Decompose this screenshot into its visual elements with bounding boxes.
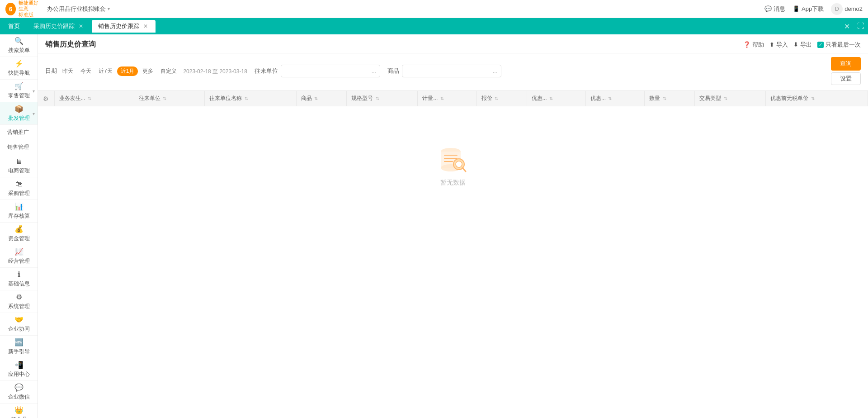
table-th-spec[interactable]: 规格型号 ⇅ bbox=[347, 91, 418, 106]
wholesale-icon: 📦 bbox=[14, 104, 24, 113]
table-th-biz-date[interactable]: 业务发生... ⇅ bbox=[54, 91, 134, 106]
sidebar-item-app-center[interactable]: 📲 应用中心 bbox=[0, 358, 38, 381]
sidebar-subitem-sales-mgmt[interactable]: 销售管理 bbox=[0, 140, 38, 155]
sidebar-item-system-label: 系统管理 bbox=[8, 303, 30, 310]
sort-icon-product: ⇅ bbox=[314, 96, 318, 101]
sidebar-item-basic-info[interactable]: ℹ 基础信息 bbox=[0, 268, 38, 290]
sidebar-item-operation-label: 经营管理 bbox=[8, 257, 30, 265]
table-th-discount1[interactable]: 优惠... ⇅ bbox=[527, 91, 585, 106]
table-th-quantity[interactable]: 数量 ⇅ bbox=[645, 91, 695, 106]
sidebar-item-wechat-label: 企业微信 bbox=[8, 393, 30, 401]
sidebar-item-inventory[interactable]: 📊 库存核算 bbox=[0, 200, 38, 223]
table-th-counterpart[interactable]: 往来单位 ⇅ bbox=[134, 91, 205, 106]
table-th-trade-type-label: 交易类型 bbox=[699, 95, 721, 101]
table-th-counterpart-label: 往来单位 bbox=[139, 95, 160, 101]
query-button[interactable]: 查询 bbox=[831, 57, 861, 71]
empty-state-row: 暂无数据 bbox=[38, 106, 868, 223]
date-btn-last7[interactable]: 近7天 bbox=[96, 66, 115, 76]
app-selector[interactable]: 办公用品行业模拟账套 ▾ bbox=[47, 5, 110, 13]
content-area: 销售历史价查询 ❓ 帮助 ⬆ 导入 ⬇ 导出 bbox=[38, 34, 868, 418]
avatar-text: D bbox=[835, 6, 839, 12]
sidebar-item-wechat[interactable]: 💬 企业微信 bbox=[0, 381, 38, 404]
sidebar-item-purchase[interactable]: 🛍 采购管理 bbox=[0, 177, 38, 200]
page-title-actions: ❓ 帮助 ⬆ 导入 ⬇ 导出 只看最后一次 bbox=[743, 41, 861, 49]
tab-home[interactable]: 首页 bbox=[2, 20, 26, 33]
table-th-trade-type[interactable]: 交易类型 ⇅ bbox=[695, 91, 766, 106]
export-action[interactable]: ⬇ 导出 bbox=[793, 41, 812, 49]
guide-icon: 🆕 bbox=[14, 338, 24, 347]
empty-state-text: 暂无数据 bbox=[440, 179, 466, 187]
sort-icon-discount2: ⇅ bbox=[608, 96, 612, 101]
message-action[interactable]: 💬 消息 bbox=[764, 5, 785, 13]
sidebar-item-guide[interactable]: 🆕 新手引导 bbox=[0, 336, 38, 358]
table-th-quote-label: 报价 bbox=[481, 95, 492, 101]
help-action[interactable]: ❓ 帮助 bbox=[743, 41, 764, 49]
sort-icon-biz-date: ⇅ bbox=[88, 96, 91, 101]
sidebar-item-wholesale[interactable]: 📦 批发管理 bbox=[0, 102, 38, 125]
page-title: 销售历史价查询 bbox=[45, 40, 96, 49]
table-th-settings[interactable]: ⚙ bbox=[38, 91, 54, 106]
table-th-no-tax-price[interactable]: 优惠前无税单价 ⇅ bbox=[766, 91, 868, 106]
sidebar-subitem-marketing[interactable]: 营销推广 bbox=[0, 125, 38, 140]
user-profile[interactable]: D demo2 bbox=[831, 3, 863, 15]
import-action[interactable]: ⬆ 导入 bbox=[769, 41, 788, 49]
top-header: 6 畅捷通好生意 标准版 办公用品行业模拟账套 ▾ 💬 消息 📱 App下载 D… bbox=[0, 0, 868, 18]
logo-icon: 6 bbox=[5, 3, 16, 15]
sidebar-item-inventory-label: 库存核算 bbox=[8, 212, 30, 220]
tab-sales-history-close[interactable]: ✕ bbox=[142, 23, 149, 30]
table-th-discount2-label: 优惠... bbox=[590, 95, 606, 101]
page-title-row: 销售历史价查询 ❓ 帮助 ⬆ 导入 ⬇ 导出 bbox=[45, 40, 861, 49]
header-left: 6 畅捷通好生意 标准版 办公用品行业模拟账套 ▾ bbox=[5, 0, 110, 18]
sidebar-item-search[interactable]: 🔍 搜索菜单 bbox=[0, 34, 38, 57]
close-all-tabs-button[interactable]: ✕ bbox=[842, 20, 852, 33]
expand-tabs-button[interactable]: ⛶ bbox=[855, 20, 866, 32]
sidebar-item-ecommerce[interactable]: 🖥 电商管理 bbox=[0, 155, 38, 177]
sidebar-item-system[interactable]: ⚙ 系统管理 bbox=[0, 290, 38, 313]
table-th-quote[interactable]: 报价 ⇅ bbox=[476, 91, 527, 106]
setting-button[interactable]: 设置 bbox=[831, 72, 861, 85]
main-layout: 🔍 搜索菜单 ⚡ 快捷导航 🛒 零售管理 📦 批发管理 营销推广 销售管理 🖥 … bbox=[0, 34, 868, 418]
sidebar-item-guide-label: 新手引导 bbox=[8, 348, 30, 356]
table-th-counterpart-name-label: 往来单位名称 bbox=[209, 95, 242, 101]
sidebar-item-member-label: 畅会员 bbox=[11, 416, 27, 418]
tab-purchase-history-close[interactable]: ✕ bbox=[77, 23, 85, 30]
table-th-unit[interactable]: 计量... ⇅ bbox=[418, 91, 476, 106]
table-th-counterpart-name[interactable]: 往来单位名称 ⇅ bbox=[205, 91, 297, 106]
table-th-product[interactable]: 商品 ⇅ bbox=[297, 91, 347, 106]
settings-icon[interactable]: ⚙ bbox=[43, 95, 49, 102]
import-label: 导入 bbox=[776, 41, 788, 49]
sidebar-item-member[interactable]: 👑 畅会员 bbox=[0, 404, 38, 418]
filter-row: 日期 昨天 今天 近7天 近1月 更多 自定义 2023-02-18 至 202… bbox=[45, 57, 861, 85]
app-download-action[interactable]: 📱 App下载 bbox=[793, 5, 824, 13]
sidebar-item-operation[interactable]: 📈 经营管理 bbox=[0, 245, 38, 268]
filter-bar: 日期 昨天 今天 近7天 近1月 更多 自定义 2023-02-18 至 202… bbox=[38, 53, 868, 91]
sidebar-item-retail[interactable]: 🛒 零售管理 bbox=[0, 80, 38, 102]
message-icon: 💬 bbox=[764, 5, 772, 12]
avatar: D bbox=[831, 3, 843, 15]
sidebar-item-enterprise[interactable]: 🤝 企业协同 bbox=[0, 313, 38, 336]
sidebar-subitem-marketing-label: 营销推广 bbox=[7, 129, 29, 135]
svg-point-7 bbox=[456, 161, 462, 167]
date-btn-custom[interactable]: 自定义 bbox=[158, 66, 179, 76]
only-last-checkbox-label[interactable]: 只看最后一次 bbox=[817, 41, 861, 49]
sidebar-item-shortcut[interactable]: ⚡ 快捷导航 bbox=[0, 57, 38, 80]
table-th-discount2[interactable]: 优惠... ⇅ bbox=[585, 91, 644, 106]
tab-purchase-history-label: 采购历史价跟踪 bbox=[33, 22, 75, 30]
date-btn-today[interactable]: 今天 bbox=[78, 66, 94, 76]
product-input[interactable]: ... bbox=[402, 65, 501, 77]
only-last-checkbox[interactable] bbox=[817, 42, 824, 48]
only-last-label: 只看最后一次 bbox=[826, 41, 861, 49]
counterpart-input[interactable]: ... bbox=[281, 65, 380, 77]
date-btn-more[interactable]: 更多 bbox=[140, 66, 156, 76]
date-btn-last1m[interactable]: 近1月 bbox=[117, 66, 138, 76]
page-title-bar: 销售历史价查询 ❓ 帮助 ⬆ 导入 ⬇ 导出 bbox=[38, 34, 868, 53]
date-btn-yesterday[interactable]: 昨天 bbox=[60, 66, 76, 76]
sidebar-item-finance[interactable]: 💰 资金管理 bbox=[0, 223, 38, 245]
product-input-dots: ... bbox=[493, 68, 497, 74]
phone-icon: 📱 bbox=[793, 5, 800, 12]
tab-sales-history[interactable]: 销售历史价跟踪 ✕ bbox=[92, 20, 156, 33]
product-filter-group: 商品 ... bbox=[387, 65, 501, 77]
table-th-product-label: 商品 bbox=[301, 95, 312, 101]
filter-actions: 查询 设置 bbox=[831, 57, 861, 85]
tab-purchase-history[interactable]: 采购历史价跟踪 ✕ bbox=[27, 20, 91, 33]
